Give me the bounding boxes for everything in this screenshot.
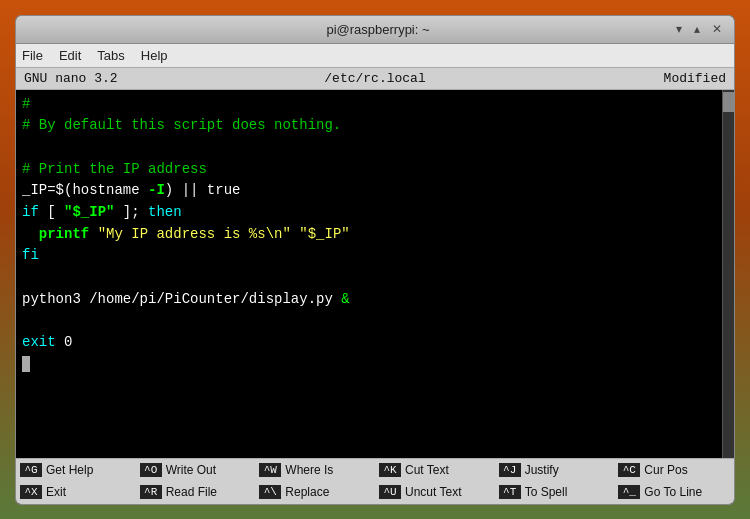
- label-to-spell: To Spell: [525, 485, 568, 499]
- title-bar: pi@raspberrypi: ~ ▾ ▴ ✕: [16, 16, 734, 44]
- label-go-to-line: Go To Line: [644, 485, 702, 499]
- label-get-help: Get Help: [46, 463, 93, 477]
- scrollbar-thumb[interactable]: [723, 92, 734, 112]
- key-cur-pos: ^C: [618, 463, 640, 477]
- nano-header: GNU nano 3.2 /etc/rc.local Modified: [16, 68, 734, 90]
- label-justify: Justify: [525, 463, 559, 477]
- close-button[interactable]: ✕: [708, 22, 726, 36]
- key-go-to-line: ^_: [618, 485, 640, 499]
- maximize-button[interactable]: ▴: [690, 22, 704, 36]
- nano-filename: /etc/rc.local: [258, 71, 492, 86]
- menu-edit[interactable]: Edit: [59, 48, 81, 63]
- key-to-spell: ^T: [499, 485, 521, 499]
- nano-modified: Modified: [492, 71, 726, 86]
- editor-content[interactable]: # # By default this script does nothing.…: [16, 90, 722, 458]
- label-cur-pos: Cur Pos: [644, 463, 687, 477]
- title-bar-title: pi@raspberrypi: ~: [84, 22, 672, 37]
- label-write-out: Write Out: [166, 463, 216, 477]
- footer-cmd-uncut-text[interactable]: ^U Uncut Text: [375, 485, 495, 499]
- nano-version: GNU nano 3.2: [24, 71, 258, 86]
- label-exit: Exit: [46, 485, 66, 499]
- key-write-out: ^O: [140, 463, 162, 477]
- footer-cmd-exit[interactable]: ^X Exit: [16, 485, 136, 499]
- nano-footer: ^G Get Help ^O Write Out ^W Where Is ^K …: [16, 458, 734, 504]
- footer-cmd-where-is[interactable]: ^W Where Is: [255, 463, 375, 477]
- footer-cmd-to-spell[interactable]: ^T To Spell: [495, 485, 615, 499]
- footer-cmd-write-out[interactable]: ^O Write Out: [136, 463, 256, 477]
- key-cut-text: ^K: [379, 463, 401, 477]
- key-exit: ^X: [20, 485, 42, 499]
- menu-help[interactable]: Help: [141, 48, 168, 63]
- key-uncut-text: ^U: [379, 485, 401, 499]
- key-where-is: ^W: [259, 463, 281, 477]
- footer-cmd-read-file[interactable]: ^R Read File: [136, 485, 256, 499]
- label-uncut-text: Uncut Text: [405, 485, 461, 499]
- label-replace: Replace: [285, 485, 329, 499]
- key-read-file: ^R: [140, 485, 162, 499]
- key-get-help: ^G: [20, 463, 42, 477]
- footer-cmd-cur-pos[interactable]: ^C Cur Pos: [614, 463, 734, 477]
- footer-row-1: ^G Get Help ^O Write Out ^W Where Is ^K …: [16, 459, 734, 482]
- footer-cmd-replace[interactable]: ^\ Replace: [255, 485, 375, 499]
- footer-cmd-justify[interactable]: ^J Justify: [495, 463, 615, 477]
- menu-tabs[interactable]: Tabs: [97, 48, 124, 63]
- title-bar-controls: ▾ ▴ ✕: [672, 22, 726, 36]
- label-where-is: Where Is: [285, 463, 333, 477]
- key-replace: ^\: [259, 485, 281, 499]
- terminal-window: pi@raspberrypi: ~ ▾ ▴ ✕ File Edit Tabs H…: [15, 15, 735, 505]
- key-justify: ^J: [499, 463, 521, 477]
- label-read-file: Read File: [166, 485, 217, 499]
- minimize-button[interactable]: ▾: [672, 22, 686, 36]
- menu-file[interactable]: File: [22, 48, 43, 63]
- footer-cmd-go-to-line[interactable]: ^_ Go To Line: [614, 485, 734, 499]
- menu-bar: File Edit Tabs Help: [16, 44, 734, 68]
- footer-cmd-get-help[interactable]: ^G Get Help: [16, 463, 136, 477]
- scrollbar[interactable]: [722, 90, 734, 458]
- footer-cmd-cut-text[interactable]: ^K Cut Text: [375, 463, 495, 477]
- label-cut-text: Cut Text: [405, 463, 449, 477]
- editor-area[interactable]: # # By default this script does nothing.…: [16, 90, 734, 458]
- footer-row-2: ^X Exit ^R Read File ^\ Replace ^U Uncut…: [16, 481, 734, 504]
